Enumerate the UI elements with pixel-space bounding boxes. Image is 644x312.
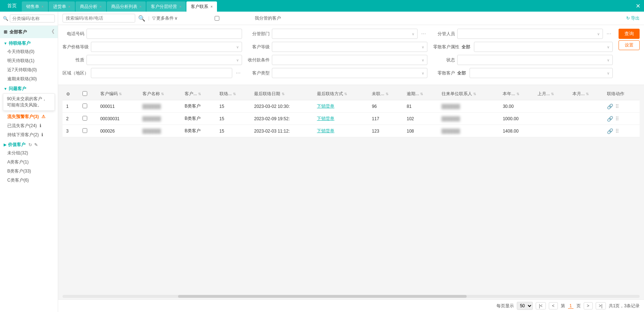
sidebar-item-7days-pending[interactable]: 近7天待联络(0) [0,65,58,74]
sidebar-item-today-pending[interactable]: 今天待联络(0) [0,47,58,56]
filter-nature-select[interactable]: ∨ [86,55,242,65]
nav-tab-sales-close[interactable]: × [41,5,44,9]
action-more-icon-0[interactable]: ⠿ [615,104,619,109]
cell-seq-1: 2 [63,113,79,125]
nav-tab-analytics-list[interactable]: 商品分析列表 × [107,1,146,12]
region-more-btn[interactable]: ··· [234,70,242,76]
filter-region-select[interactable] [91,68,232,78]
row-checkbox-1[interactable] [82,116,87,121]
nav-tab-customer-contact-close[interactable]: × [210,5,213,9]
sort-icon-overdue[interactable]: ⇅ [420,92,423,96]
sidebar-group-value-label: 价值客户 [8,142,25,148]
next-page-button[interactable]: > [584,302,593,309]
sort-icon-uncontacted[interactable]: ⇅ [386,92,389,96]
customer-name-blurred-2: ██████ [142,129,161,134]
action-link-icon-0[interactable]: 🔗 [607,104,613,109]
contact-person-blurred-2: ██████ [442,129,460,134]
filter-region-field: 区域（地区） ··· [63,68,242,78]
sidebar-item-churn-warning[interactable]: 流失预警客户(3) ⚠ [0,112,58,121]
my-customers-checkbox-label[interactable]: 我分管的客户 [181,15,281,21]
first-page-button[interactable]: |< [536,302,546,309]
action-link-icon-2[interactable]: 🔗 [607,128,613,134]
th-this-year: 本年... ⇅ [499,88,534,100]
sidebar-item-declining[interactable]: 持续下滑客户(2) ℹ [0,130,58,139]
nav-tab-analytics[interactable]: 商品分析 × [76,1,106,12]
sidebar-item-ungrouped[interactable]: 未分组(32) [0,149,58,158]
scrollbar-thumb[interactable] [178,295,467,298]
filter-customer-type-select[interactable]: ∨ [272,68,427,78]
filter-price-level-select[interactable]: ∨ [91,42,242,52]
sort-icon-last-month[interactable]: ⇅ [551,92,554,96]
nav-home[interactable]: 首页 [3,0,21,12]
search-button[interactable]: 🔍 [138,15,145,22]
sidebar-item-class-a[interactable]: A类客户(1) [0,158,58,167]
sort-icon-this-month[interactable]: ⇅ [586,92,589,96]
last-page-button[interactable]: >| [596,302,606,309]
last-method-link-2[interactable]: 下销货单 [317,128,334,133]
window-close-button[interactable]: ✕ [636,3,640,9]
sort-icon-code[interactable]: ⇅ [119,92,122,96]
cell-name-0: ██████ [139,100,181,113]
cell-code-2: 000026 [97,125,139,137]
nav-tab-customer-contact[interactable]: 客户联系 × [186,1,217,12]
sort-icon-last-date[interactable]: ⇅ [282,92,285,96]
nav-tab-purchase[interactable]: 进货单 × [49,1,75,12]
action-more-icon-2[interactable]: ⠿ [615,128,619,134]
per-page-select[interactable]: 50 [517,302,533,310]
th-settings: ⚙ [63,88,79,100]
sidebar-search-input[interactable] [10,15,55,23]
prev-page-button[interactable]: < [549,302,558,309]
sort-icon-name[interactable]: ⇅ [161,92,164,96]
last-method-link-1[interactable]: 下销货单 [317,116,334,121]
sidebar-collapse-icon[interactable]: 《 [49,29,54,35]
select-all-checkbox[interactable] [82,91,87,96]
sidebar-group-pending[interactable]: ▼ 待联络客户 [0,38,58,47]
query-button[interactable]: 查询 [619,29,640,39]
dept-more-btn[interactable]: ··· [420,31,427,37]
nav-tab-sales[interactable]: 销售单 × [22,1,48,12]
nav-tab-analytics-close[interactable]: × [100,5,102,9]
customer-name-blurred-1: ██████ [142,116,161,121]
sidebar-item-class-c[interactable]: C类客户(6) [0,176,58,185]
filter-phone-input[interactable] [86,29,242,39]
filter-customer-level-select[interactable]: ∨ [272,42,427,52]
sidebar-item-class-b[interactable]: B类客户(33) [0,167,58,176]
sort-icon-type[interactable]: ⇅ [198,92,201,96]
sidebar-item-overdue-pending[interactable]: 逾期未联络(30) [0,74,58,84]
settings-button[interactable]: 设置 [619,40,640,50]
filter-status-select[interactable]: ∨ [457,55,613,65]
nav-tab-customer-segments-close[interactable]: × [179,5,181,9]
sidebar-group-value[interactable]: ▶ 价值客户 ↻ ✎ [0,139,58,149]
row-checkbox-0[interactable] [82,104,87,108]
filter-pay-terms-select[interactable]: ∨ [272,55,427,65]
person-more-btn[interactable]: ··· [605,31,613,37]
export-button[interactable]: ↻ 导出 [626,15,640,21]
sort-icon-last-method[interactable]: ⇅ [344,92,347,96]
sidebar-item-churned[interactable]: 已流失客户(24) ℹ [0,121,58,130]
sidebar-all-customers[interactable]: ⊞ 全部客户 《 [0,26,58,38]
sidebar-group-problem[interactable]: ▼ 问题客户 [0,84,58,93]
table-body: 1 000011 ██████ B类客户 15 2023-03-02 10:30… [63,100,640,137]
search-input[interactable] [63,14,135,23]
sort-icon-contact-person[interactable]: ⇅ [473,92,476,96]
sidebar-item-tomorrow-pending[interactable]: 明天待联络(1) [0,56,58,65]
filter-dept-select[interactable]: ∨ [272,29,418,39]
sort-icon-contact[interactable]: ⇅ [233,92,236,96]
nav-tab-customer-segments[interactable]: 客户分层经营 × [146,1,186,12]
nav-tab-analytics-list-close[interactable]: × [140,5,142,9]
last-method-link-0[interactable]: 下销货单 [317,104,334,109]
action-link-icon-1[interactable]: 🔗 [607,116,613,122]
sort-icon-this-year[interactable]: ⇅ [516,92,519,96]
refresh-icon[interactable]: ↻ [28,142,32,147]
sidebar-all-customers-label: 全部客户 [9,29,27,35]
nav-tab-purchase-close[interactable]: × [68,5,71,9]
action-more-icon-1[interactable]: ⠿ [615,116,619,122]
edit-icon[interactable]: ✎ [34,142,38,147]
filter-zero-attr-select[interactable]: ∨ [474,42,613,52]
row-checkbox-2[interactable] [82,128,87,133]
more-conditions-button[interactable]: ▽ 更多条件 ∨ [152,15,178,21]
settings-col-icon[interactable]: ⚙ [66,92,70,97]
filter-zero-customer-select[interactable]: ∨ [470,68,613,78]
my-customers-checkbox[interactable] [181,16,253,21]
filter-person-select[interactable]: ∨ [457,29,603,39]
